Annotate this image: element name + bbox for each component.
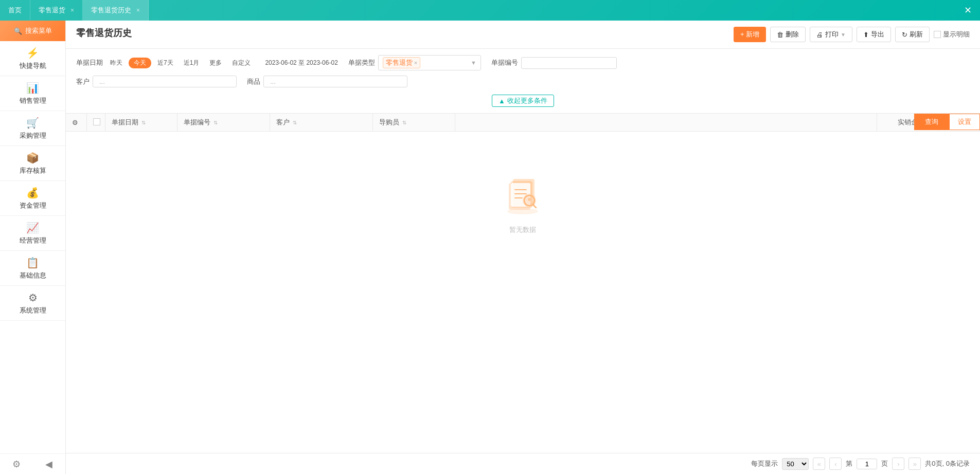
show-detail-checkbox[interactable] xyxy=(934,31,941,38)
sidebar-item-sys-mgmt[interactable]: ⚙ 系统管理 xyxy=(0,286,65,321)
refresh-button[interactable]: ↻ 刷新 xyxy=(895,27,930,42)
th-guide[interactable]: 导购员 ⇅ xyxy=(372,114,455,132)
sidebar-item-inventory-label: 库存核算 xyxy=(20,166,46,175)
date-btn-more[interactable]: 更多 xyxy=(205,58,226,68)
tab-retail-return-history-close[interactable]: × xyxy=(136,7,140,14)
window-close-button[interactable]: ✕ xyxy=(956,5,980,16)
filter-goods-item: 商品 ... xyxy=(247,76,407,87)
sidebar-collapse-button[interactable]: ◀ xyxy=(33,454,66,474)
operations-icon: 📈 xyxy=(26,222,39,234)
sidebar-item-basic-info-label: 基础信息 xyxy=(20,271,46,280)
print-button[interactable]: 🖨 打印 ▼ xyxy=(810,27,852,42)
refresh-label: 刷新 xyxy=(910,30,923,39)
pagination-bar: 每页显示 20 50 100 « ‹ 第 页 › » 共0页, 0条记录 xyxy=(66,453,980,474)
sidebar-item-finance[interactable]: 💰 资金管理 xyxy=(0,181,65,216)
date-range-display: 2023-06-02 至 2023-06-02 xyxy=(265,59,337,67)
th-customer[interactable]: 客户 ⇅ xyxy=(270,114,372,132)
page-label-after: 页 xyxy=(881,459,888,468)
content-area: 零售退货历史 + 新增 🗑 删除 🖨 打印 ▼ ⬆ 导出 ↻ xyxy=(66,21,980,474)
bill-type-tag: 零售退货 × xyxy=(383,57,420,68)
last-page-button[interactable]: » xyxy=(908,458,921,470)
svg-point-11 xyxy=(528,198,531,201)
date-btn-today[interactable]: 今天 xyxy=(129,58,151,68)
export-icon: ⬆ xyxy=(863,31,869,39)
sidebar-search[interactable]: 🔍 搜索菜单 xyxy=(0,21,65,41)
export-label: 导出 xyxy=(871,30,884,39)
empty-state: 暂无数据 xyxy=(66,132,980,276)
sidebar-item-operations[interactable]: 📈 经营管理 xyxy=(0,216,65,251)
tab-retail-return[interactable]: 零售退货 × xyxy=(30,0,83,21)
basic-info-icon: 📋 xyxy=(26,257,39,269)
new-button[interactable]: + 新增 xyxy=(734,27,766,42)
date-btn-custom[interactable]: 自定义 xyxy=(228,58,255,68)
page-size-select[interactable]: 20 50 100 xyxy=(782,458,809,470)
sidebar-item-sys-mgmt-label: 系统管理 xyxy=(20,306,46,315)
date-btn-7days[interactable]: 近7天 xyxy=(153,58,177,68)
sidebar: 🔍 搜索菜单 ⚡ 快捷导航 📊 销售管理 🛒 采购管理 📦 库存核算 💰 资金管… xyxy=(0,21,66,474)
sidebar-item-quick-nav[interactable]: ⚡ 快捷导航 xyxy=(0,41,65,76)
goods-label: 商品 xyxy=(247,77,260,86)
export-button[interactable]: ⬆ 导出 xyxy=(857,27,891,42)
th-date[interactable]: 单据日期 ⇅ xyxy=(105,114,177,132)
date-btn-yesterday[interactable]: 昨天 xyxy=(106,58,127,68)
tab-retail-return-close[interactable]: × xyxy=(70,7,74,14)
bill-type-tag-close[interactable]: × xyxy=(414,60,417,66)
print-dropdown-icon: ▼ xyxy=(841,32,846,38)
prev-page-button[interactable]: ‹ xyxy=(829,458,842,470)
tab-retail-return-history[interactable]: 零售退货历史 × xyxy=(83,0,149,21)
finance-icon: 💰 xyxy=(26,187,39,199)
delete-button[interactable]: 🗑 删除 xyxy=(770,27,806,42)
inventory-icon: 📦 xyxy=(26,152,39,164)
main-layout: 🔍 搜索菜单 ⚡ 快捷导航 📊 销售管理 🛒 采购管理 📦 库存核算 💰 资金管… xyxy=(0,21,980,474)
sidebar-item-purchase-mgmt[interactable]: 🛒 采购管理 xyxy=(0,111,65,146)
bill-type-selector[interactable]: 零售退货 × ▼ xyxy=(378,55,481,70)
sidebar-item-operations-label: 经营管理 xyxy=(20,236,46,245)
first-page-icon: « xyxy=(817,460,821,468)
query-button[interactable]: 查询 xyxy=(914,114,949,130)
page-title: 零售退货历史 xyxy=(76,27,132,45)
settings-gear-icon[interactable]: ⚙ xyxy=(72,119,78,126)
sidebar-item-inventory[interactable]: 📦 库存核算 xyxy=(0,146,65,181)
tab-home[interactable]: 首页 xyxy=(0,0,30,21)
sidebar-item-sales-mgmt[interactable]: 📊 销售管理 xyxy=(0,76,65,111)
th-num[interactable]: 单据编号 ⇅ xyxy=(177,114,270,132)
date-btn-1month[interactable]: 近1月 xyxy=(180,58,204,68)
th-spacer xyxy=(455,114,877,132)
purchase-mgmt-icon: 🛒 xyxy=(26,117,39,129)
bill-num-label: 单据编号 xyxy=(491,58,518,67)
bill-num-input[interactable] xyxy=(521,57,617,69)
filter-section: 单据日期 昨天 今天 近7天 近1月 更多 自定义 2023-06-02 至 2… xyxy=(66,49,980,114)
table-area: ⚙ 单据日期 ⇅ 单据编号 ⇅ xyxy=(66,114,980,453)
table-body: 暂无数据 xyxy=(66,132,980,276)
th-settings[interactable]: ⚙ xyxy=(66,114,86,132)
customer-selector[interactable]: ... xyxy=(93,76,237,87)
goods-selector[interactable]: ... xyxy=(263,76,407,87)
bill-type-dropdown-icon: ▼ xyxy=(471,60,476,66)
th-customer-label: 客户 xyxy=(276,118,290,126)
tab-home-label: 首页 xyxy=(8,6,22,15)
sidebar-settings-button[interactable]: ⚙ xyxy=(0,454,33,474)
first-page-button[interactable]: « xyxy=(813,458,825,470)
th-guide-label: 导购员 xyxy=(379,118,399,126)
customer-label: 客户 xyxy=(76,77,90,86)
sidebar-item-basic-info[interactable]: 📋 基础信息 xyxy=(0,251,65,286)
delete-label: 删除 xyxy=(786,30,799,39)
filter-customer-item: 客户 ... xyxy=(76,76,237,87)
collapse-button[interactable]: ▲ 收起更多条件 xyxy=(492,95,554,107)
filter-date-item: 单据日期 昨天 今天 近7天 近1月 更多 自定义 xyxy=(76,58,255,68)
top-bar: 首页 零售退货 × 零售退货历史 × ✕ xyxy=(0,0,980,21)
select-all-checkbox[interactable] xyxy=(93,118,100,125)
sidebar-search-label: 搜索菜单 xyxy=(25,26,52,35)
quick-nav-icon: ⚡ xyxy=(26,47,39,59)
sidebar-bottom: ⚙ ◀ xyxy=(0,453,65,474)
total-label: 共0页, 0条记录 xyxy=(925,459,970,468)
table-header: ⚙ 单据日期 ⇅ 单据编号 ⇅ xyxy=(66,114,980,132)
settings-button[interactable]: 设置 xyxy=(949,114,980,130)
next-page-button[interactable]: › xyxy=(892,458,904,470)
tab-retail-return-label: 零售退货 xyxy=(39,6,65,15)
date-buttons-group: 昨天 今天 近7天 近1月 更多 自定义 xyxy=(106,58,255,68)
th-checkbox[interactable] xyxy=(86,114,105,132)
page-number-input[interactable] xyxy=(857,459,877,469)
show-detail-toggle[interactable]: 显示明细 xyxy=(934,30,970,39)
refresh-icon: ↻ xyxy=(902,31,907,39)
